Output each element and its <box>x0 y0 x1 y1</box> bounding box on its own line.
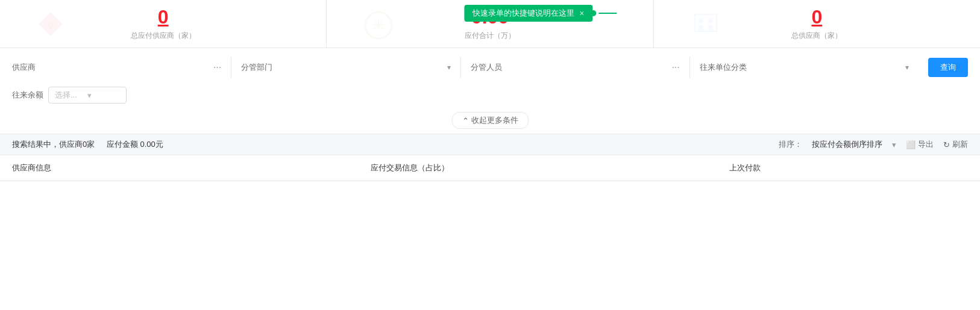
search-row-2: 往来余额 选择... ▾ <box>12 84 968 106</box>
supplier-label: 供应商 <box>12 62 42 73</box>
export-icon: ⬜ <box>906 140 916 149</box>
unit-class-dropdown-icon[interactable]: ▾ <box>905 63 909 72</box>
tooltip-close-button[interactable]: × <box>579 8 584 18</box>
col-supplier-header: 供应商信息 <box>12 163 371 173</box>
refresh-label: 刷新 <box>952 139 968 150</box>
balance-placeholder: 选择... <box>55 90 87 101</box>
result-suppliers-text: 搜索结果中，供应商0家 <box>12 140 95 149</box>
payable-suppliers-number: 0 <box>158 7 169 28</box>
person-more-icon[interactable]: ··· <box>671 62 679 73</box>
person-input[interactable] <box>507 63 670 72</box>
total-suppliers-number: 0 <box>811 7 822 28</box>
refresh-button[interactable]: ↻ 刷新 <box>943 139 968 150</box>
collapse-label: 收起更多条件 <box>471 115 518 126</box>
table-header: 供应商信息 应付交易信息（占比） 上次付款 <box>0 155 980 181</box>
balance-field: 往来余额 选择... ▾ <box>12 84 127 106</box>
tooltip-text: 快速录单的快捷键说明在这里 <box>473 8 574 19</box>
export-label: 导出 <box>918 139 934 150</box>
col-transaction-header: 应付交易信息（占比） <box>371 163 729 173</box>
col-payment-header: 上次付款 <box>729 163 969 173</box>
result-bar: 搜索结果中，供应商0家 应付金额 0.00元 排序： 按应付会额倒序排序 ▾ ⬜… <box>0 134 980 155</box>
diamond-icon: ◇ <box>36 10 65 39</box>
balance-select[interactable]: 选择... ▾ <box>48 87 127 104</box>
stat-total-suppliers: 0 总供应商（家） <box>654 0 980 48</box>
collapse-button[interactable]: ⌃ 收起更多条件 <box>452 112 529 129</box>
tooltip-line <box>599 13 617 14</box>
collapse-icon: ⌃ <box>462 116 469 125</box>
table-body <box>0 181 980 310</box>
sort-chevron-icon[interactable]: ▾ <box>892 140 896 149</box>
supplier-field: 供应商 ··· <box>12 57 231 78</box>
building-icon <box>690 10 719 39</box>
person-label: 分管人员 <box>471 62 502 73</box>
refresh-icon: ↻ <box>943 140 950 149</box>
result-actions: 排序： 按应付会额倒序排序 ▾ ⬜ 导出 ↻ 刷新 <box>779 139 968 150</box>
export-button[interactable]: ⬜ 导出 <box>906 139 934 150</box>
unit-class-field: 往来单位分类 ▾ <box>690 57 919 78</box>
svg-rect-5 <box>699 18 703 23</box>
top-stats-bar: ◇ 0 总应付供应商（家） 米 0.00 应付合计（万） 快速录单的快捷键说明在… <box>0 0 980 48</box>
svg-text:米: 米 <box>373 19 384 31</box>
sort-label: 排序： <box>779 139 802 150</box>
sort-value[interactable]: 按应付会额倒序排序 <box>812 139 882 150</box>
balance-dropdown-icon: ▾ <box>87 91 120 100</box>
shortcut-tooltip: 快速录单的快捷键说明在这里 × <box>464 5 592 22</box>
collapse-row: ⌃ 收起更多条件 <box>12 112 968 134</box>
supplier-more-icon[interactable]: ··· <box>213 62 221 73</box>
payable-suppliers-label: 总应付供应商（家） <box>131 31 196 41</box>
department-dropdown-icon[interactable]: ▾ <box>447 63 451 72</box>
department-input[interactable] <box>277 63 444 72</box>
search-area: 供应商 ··· 分管部门 ▾ 分管人员 ··· 往来单位分类 ▾ 查询 往来余额… <box>0 48 980 134</box>
balance-label: 往来余额 <box>12 90 43 101</box>
payable-total-label: 应付合计（万） <box>465 31 515 41</box>
svg-text:◇: ◇ <box>48 20 54 29</box>
result-amount-text: 应付金额 0.00元 <box>107 140 163 149</box>
result-text-area: 搜索结果中，供应商0家 应付金额 0.00元 <box>12 139 163 150</box>
department-field: 分管部门 ▾ <box>231 57 460 78</box>
stat-payable-suppliers: ◇ 0 总应付供应商（家） <box>0 0 327 48</box>
svg-rect-8 <box>708 25 713 31</box>
department-label: 分管部门 <box>241 62 272 73</box>
svg-rect-6 <box>708 18 713 23</box>
svg-rect-4 <box>695 14 717 31</box>
supplier-input[interactable] <box>47 63 211 72</box>
unit-class-label: 往来单位分类 <box>700 62 747 73</box>
person-field: 分管人员 ··· <box>461 57 690 78</box>
stat-payable-total: 米 0.00 应付合计（万） 快速录单的快捷键说明在这里 × <box>327 0 653 48</box>
total-suppliers-label: 总供应商（家） <box>791 31 842 41</box>
search-row-1: 供应商 ··· 分管部门 ▾ 分管人员 ··· 往来单位分类 ▾ 查询 <box>12 57 968 78</box>
query-button[interactable]: 查询 <box>928 58 968 77</box>
coin-icon: 米 <box>363 10 392 39</box>
unit-class-input[interactable] <box>752 63 903 72</box>
svg-rect-7 <box>699 25 703 31</box>
